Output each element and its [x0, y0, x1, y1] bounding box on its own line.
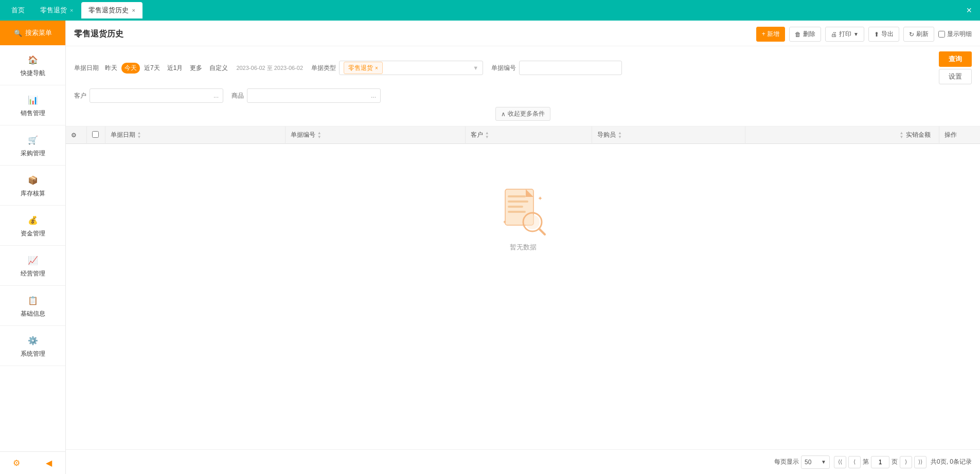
first-page-button[interactable]: ⟨⟨	[834, 456, 846, 468]
tab-retail-return[interactable]: 零售退货 ×	[33, 2, 80, 19]
refresh-icon: ↻	[909, 31, 914, 38]
page-nav: ⟨⟨ ⟨ 第 页 ⟩ ⟩⟩	[834, 456, 926, 468]
page-number-input[interactable]	[871, 456, 889, 468]
doc-type-tag-close[interactable]: ×	[375, 65, 378, 71]
doc-type-filter: 单据类型 零售退货 × ▼	[311, 61, 483, 75]
svg-rect-2	[508, 200, 528, 203]
show-detail-checkbox[interactable]	[938, 31, 945, 38]
page-size-dropdown[interactable]: 50 ▼	[801, 455, 830, 469]
system-mgmt-icon: ⚙️	[26, 333, 40, 348]
page-header: 零售退货历史 + 新增 🗑 删除 🖨 打印 ▼ ⬆	[66, 21, 980, 46]
search-icon: 🔍	[14, 29, 22, 37]
sidebar-item-operations[interactable]: 📈 经营管理	[0, 246, 65, 286]
query-button[interactable]: 查询	[939, 51, 972, 67]
settings-button[interactable]: 设置	[939, 69, 972, 84]
sidebar-item-finance[interactable]: 💰 资金管理	[0, 206, 65, 246]
tab-home[interactable]: 首页	[4, 2, 32, 19]
purchase-mgmt-icon: 🛒	[26, 133, 40, 147]
sidebar-item-sales-mgmt[interactable]: 📊 销售管理	[0, 85, 65, 125]
sidebar-item-inventory[interactable]: 📦 库存核算	[0, 166, 65, 206]
close-history-tab[interactable]: ×	[132, 7, 135, 13]
quick-nav-icon: 🏠	[26, 52, 40, 67]
collapse-filter-button[interactable]: ∧ 收起更多条件	[495, 107, 550, 121]
pagination-bar: 每页显示 50 ▼ ⟨⟨ ⟨ 第 页 ⟩ ⟩⟩ 共0页, 0条记录	[66, 449, 980, 474]
empty-illustration: ✦ ✦	[497, 185, 549, 236]
sidebar-settings-button[interactable]: ⚙	[8, 455, 25, 471]
filter-row-1: 单据日期 昨天 今天 近7天 近1月 更多 自定义 2023-06-02 至 2…	[74, 51, 972, 84]
date-shortcuts: 昨天 今天 近7天 近1月 更多 自定义	[102, 63, 231, 74]
svg-line-7	[539, 229, 545, 234]
print-icon: 🖨	[831, 31, 837, 38]
export-icon: ⬆	[874, 31, 879, 38]
delete-icon: 🗑	[795, 31, 801, 38]
date-shortcut-7days[interactable]: 近7天	[141, 63, 163, 74]
th-doc-num: 单据编号 ▲▼	[285, 126, 465, 144]
sidebar-item-purchase-mgmt[interactable]: 🛒 采购管理	[0, 125, 65, 166]
svg-rect-4	[508, 211, 526, 213]
new-button[interactable]: + 新增	[756, 27, 785, 42]
th-settings: ⚙	[66, 126, 86, 144]
date-shortcut-more[interactable]: 更多	[187, 63, 205, 74]
amount-sort[interactable]: ▲▼	[900, 131, 904, 139]
goods-input[interactable]: ...	[247, 88, 381, 103]
doc-num-input[interactable]	[519, 61, 622, 75]
th-guide: 导购员 ▲▼	[592, 126, 745, 144]
sidebar-menu: 🏠 快捷导航 📊 销售管理 🛒 采购管理 📦 库存核算 💰 资金管理 📈	[0, 45, 65, 451]
select-all-checkbox[interactable]	[92, 131, 99, 138]
sidebar-item-quick-nav[interactable]: 🏠 快捷导航	[0, 45, 65, 85]
table-area: ⚙ 单据日期 ▲▼	[66, 126, 980, 449]
page-title: 零售退货历史	[74, 29, 123, 40]
topbar-tabs: 首页 零售退货 × 零售退货历史 ×	[4, 2, 962, 19]
filter-area: 单据日期 昨天 今天 近7天 近1月 更多 自定义 2023-06-02 至 2…	[66, 46, 980, 126]
window-close-button[interactable]: ×	[962, 5, 976, 16]
refresh-button[interactable]: ↻ 刷新	[903, 27, 934, 42]
print-button[interactable]: 🖨 打印 ▼	[825, 27, 864, 42]
doc-type-select[interactable]: 零售退货 × ▼	[339, 61, 483, 75]
goods-filter: 商品 ...	[231, 88, 381, 103]
total-records-text: 共0页, 0条记录	[931, 458, 972, 466]
prev-page-button[interactable]: ⟨	[848, 456, 861, 468]
date-shortcut-1month[interactable]: 近1月	[164, 63, 186, 74]
toolbar-actions: + 新增 🗑 删除 🖨 打印 ▼ ⬆ 导出	[756, 27, 972, 42]
sidebar: 🔍 搜索菜单 🏠 快捷导航 📊 销售管理 🛒 采购管理 📦 库存核算 💰	[0, 21, 66, 474]
svg-text:✦: ✦	[538, 195, 543, 202]
operations-icon: 📈	[26, 253, 40, 267]
last-page-button[interactable]: ⟩⟩	[914, 456, 926, 468]
customer-input[interactable]: ...	[90, 88, 223, 103]
date-filter: 单据日期 昨天 今天 近7天 近1月 更多 自定义 2023-06-02 至 2…	[74, 63, 303, 74]
print-chevron-down-icon: ▼	[853, 31, 859, 37]
sidebar-menu-button[interactable]: ◀	[41, 455, 57, 471]
date-shortcut-today[interactable]: 今天	[121, 63, 140, 74]
th-checkbox	[86, 126, 105, 144]
th-amount: ▲▼ 实销金额	[745, 126, 939, 144]
guide-sort[interactable]: ▲▼	[618, 131, 622, 139]
page-size-chevron-down-icon: ▼	[821, 459, 826, 465]
date-shortcut-custom[interactable]: 自定义	[206, 63, 231, 74]
sidebar-item-basic-info[interactable]: 📋 基础信息	[0, 286, 65, 326]
table-header: ⚙ 单据日期 ▲▼	[66, 126, 980, 144]
svg-rect-3	[508, 206, 523, 208]
next-page-button[interactable]: ⟩	[900, 456, 912, 468]
sidebar-item-system-mgmt[interactable]: ⚙️ 系统管理	[0, 326, 65, 366]
content-area: 零售退货历史 + 新增 🗑 删除 🖨 打印 ▼ ⬆	[66, 21, 980, 474]
date-shortcut-yesterday[interactable]: 昨天	[102, 63, 120, 74]
doc-type-chevron-down-icon: ▼	[473, 65, 478, 71]
close-retail-return-tab[interactable]: ×	[70, 7, 73, 13]
sales-mgmt-icon: 📊	[26, 93, 40, 107]
empty-text: 暂无数据	[510, 243, 537, 252]
doc-date-sort[interactable]: ▲▼	[137, 131, 141, 139]
export-button[interactable]: ⬆ 导出	[868, 27, 899, 42]
sidebar-search[interactable]: 🔍 搜索菜单	[0, 21, 65, 45]
data-table: ⚙ 单据日期 ▲▼	[66, 126, 980, 144]
doc-type-tag: 零售退货 ×	[344, 62, 383, 74]
filter-row-2: 客户 ... 商品 ...	[74, 88, 972, 103]
sidebar-bottom: ⚙ ◀	[0, 451, 65, 474]
delete-button[interactable]: 🗑 删除	[789, 27, 821, 42]
table-settings-icon[interactable]: ⚙	[71, 132, 77, 139]
tab-retail-return-history[interactable]: 零售退货历史 ×	[81, 2, 142, 19]
show-detail-checkbox-label[interactable]: 显示明细	[938, 30, 972, 39]
customer-sort[interactable]: ▲▼	[485, 131, 489, 139]
svg-text:✦: ✦	[503, 220, 507, 225]
doc-num-sort[interactable]: ▲▼	[317, 131, 322, 139]
main-layout: 🔍 搜索菜单 🏠 快捷导航 📊 销售管理 🛒 采购管理 📦 库存核算 💰	[0, 21, 980, 474]
